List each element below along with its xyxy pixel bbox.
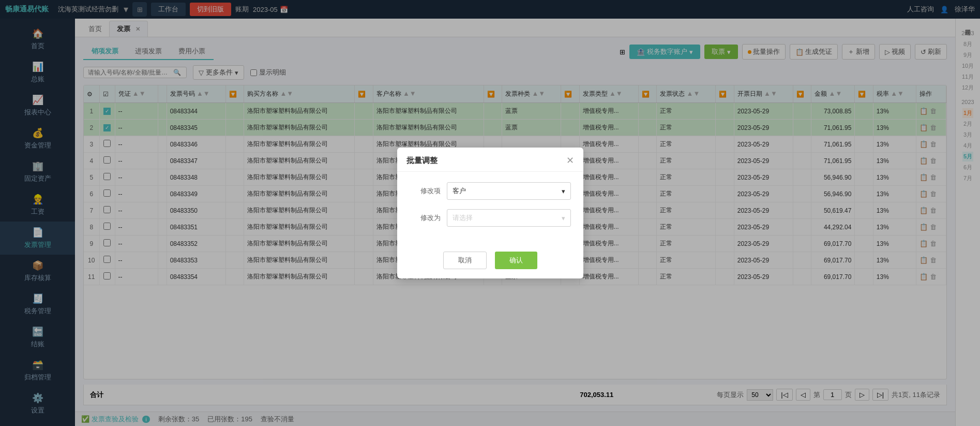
modal-overlay: 批量调整 ✕ 修改项 客户 ▾ 修改为 请选择 ▾ 取消 确认	[0, 0, 980, 426]
modal-title: 批量调整	[406, 156, 438, 166]
modify-field-row: 修改项 客户 ▾	[410, 182, 571, 200]
cancel-btn[interactable]: 取消	[443, 252, 487, 269]
modify-field-value: 客户	[453, 186, 466, 196]
to-dropdown-icon: ▾	[562, 214, 565, 222]
modify-to-select[interactable]: 请选择 ▾	[447, 209, 571, 227]
confirm-btn[interactable]: 确认	[495, 252, 537, 269]
batch-adjust-modal: 批量调整 ✕ 修改项 客户 ▾ 修改为 请选择 ▾ 取消 确认	[397, 148, 583, 278]
modify-field-select[interactable]: 客户 ▾	[447, 182, 571, 200]
modal-close-btn[interactable]: ✕	[566, 155, 574, 166]
modify-field-label: 修改项	[410, 186, 441, 196]
modal-body: 修改项 客户 ▾ 修改为 请选择 ▾	[397, 172, 583, 246]
modify-to-label: 修改为	[410, 213, 441, 223]
modal-header: 批量调整 ✕	[397, 148, 583, 172]
modify-to-placeholder: 请选择	[453, 213, 473, 223]
field-dropdown-icon: ▾	[562, 187, 565, 195]
modify-to-row: 修改为 请选择 ▾	[410, 209, 571, 227]
modal-footer: 取消 确认	[397, 246, 583, 278]
